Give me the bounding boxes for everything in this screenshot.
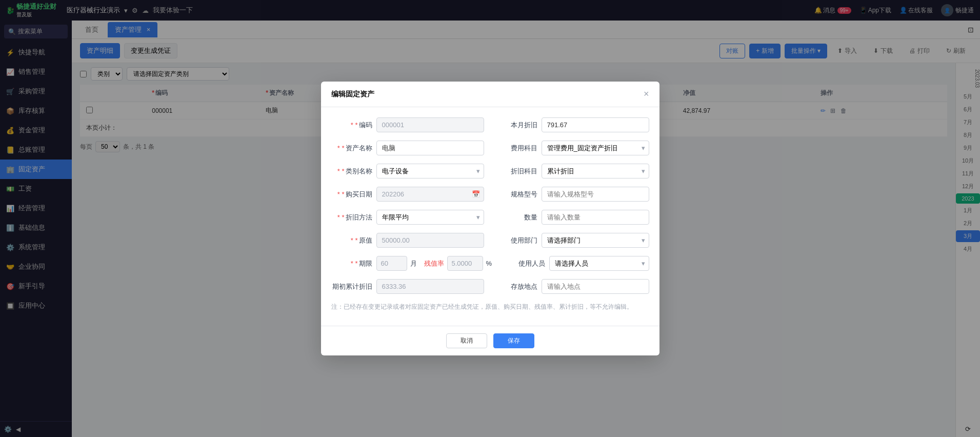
location-label: 存放地点 — [496, 282, 537, 291]
modal-footer: 取消 保存 — [321, 326, 659, 355]
depr-method-wrap: 年限平均 — [376, 210, 484, 225]
form-group-initial-depr: 期初累计折旧 — [331, 279, 484, 294]
category-label: *类别名称 — [331, 167, 372, 176]
person-wrap: 请选择人员 — [549, 256, 649, 271]
save-button[interactable]: 保存 — [493, 333, 534, 348]
code-input[interactable] — [376, 117, 484, 132]
modal-overlay: 编辑固定资产 × *编码 document.querySelector('[da… — [0, 0, 980, 437]
expense-account-select[interactable]: 管理费用_固定资产折旧 — [542, 141, 649, 155]
expense-account-wrap: 管理费用_固定资产折旧 — [542, 141, 649, 155]
original-value-input[interactable] — [376, 233, 484, 248]
form-group-monthly-depr: 本月折旧 — [496, 117, 649, 132]
spec-input[interactable] — [542, 187, 649, 202]
person-label: 使用人员 — [504, 259, 545, 268]
period-unit: 月 — [410, 259, 417, 268]
form-group-person: 使用人员 请选择人员 — [504, 256, 649, 271]
asset-name-input[interactable] — [376, 141, 484, 155]
category-select[interactable]: 电子设备 — [376, 164, 484, 178]
period-inline: 月 残值率 % — [376, 256, 492, 271]
form-row-1: *编码 document.querySelector('[data-name="… — [331, 117, 649, 132]
cancel-button[interactable]: 取消 — [446, 333, 487, 348]
monthly-depr-label: 本月折旧 — [496, 121, 537, 130]
depr-account-select[interactable]: 累计折旧 — [542, 164, 649, 178]
form-row-7: *期限 月 残值率 % 使用人员 请选择人员 — [331, 256, 649, 271]
form-group-purchase-date: *购买日期 📅 — [331, 187, 484, 202]
department-wrap: 请选择部门 — [542, 233, 649, 248]
form-row-8: 期初累计折旧 存放地点 — [331, 279, 649, 294]
department-select[interactable]: 请选择部门 — [542, 233, 649, 248]
department-label: 使用部门 — [496, 236, 537, 245]
quantity-input[interactable] — [542, 210, 649, 225]
quantity-label: 数量 — [496, 213, 537, 222]
person-select[interactable]: 请选择人员 — [549, 256, 649, 271]
form-row-6: *原值 使用部门 请选择部门 — [331, 233, 649, 248]
location-input[interactable] — [542, 279, 649, 294]
purchase-date-wrap: 📅 — [376, 187, 484, 202]
purchase-date-input[interactable] — [376, 187, 484, 202]
period-label: *期限 — [331, 259, 372, 268]
modal-header: 编辑固定资产 × — [321, 82, 659, 107]
depr-method-select[interactable]: 年限平均 — [376, 210, 484, 225]
form-group-code: *编码 document.querySelector('[data-name="… — [331, 117, 484, 132]
monthly-depr-input[interactable] — [542, 117, 649, 132]
calendar-icon[interactable]: 📅 — [472, 190, 480, 198]
residual-input[interactable] — [447, 256, 483, 271]
form-group-period: *期限 月 残值率 % — [331, 256, 492, 271]
edit-asset-modal: 编辑固定资产 × *编码 document.querySelector('[da… — [321, 82, 659, 355]
form-group-spec: 规格型号 — [496, 187, 649, 202]
category-wrap: 电子设备 — [376, 164, 484, 178]
form-group-depr-method: *折旧方法 年限平均 — [331, 210, 484, 225]
form-group-depr-account: 折旧科目 累计折旧 — [496, 164, 649, 178]
residual-label: 残值率 — [424, 259, 444, 268]
form-group-location: 存放地点 — [496, 279, 649, 294]
period-input[interactable] — [376, 256, 407, 271]
modal-body: *编码 document.querySelector('[data-name="… — [321, 107, 659, 326]
modal-title: 编辑固定资产 — [331, 90, 374, 99]
modal-close-btn[interactable]: × — [644, 89, 649, 100]
form-group-asset-name: *资产名称 — [331, 141, 484, 155]
form-note: 注：已经存在变更记录或者对应固定资产已经生成凭证，原值、购买日期、残值率、累计折… — [331, 302, 649, 315]
residual-unit: % — [486, 260, 492, 267]
form-row-4: *购买日期 📅 规格型号 — [331, 187, 649, 202]
original-value-label: *原值 — [331, 236, 372, 245]
form-group-quantity: 数量 — [496, 210, 649, 225]
form-group-original-value: *原值 — [331, 233, 484, 248]
initial-depr-input[interactable] — [376, 279, 484, 294]
expense-account-label: 费用科目 — [496, 144, 537, 153]
asset-name-label: *资产名称 — [331, 144, 372, 153]
purchase-date-label: *购买日期 — [331, 190, 372, 199]
depr-account-label: 折旧科目 — [496, 167, 537, 176]
depr-account-wrap: 累计折旧 — [542, 164, 649, 178]
form-row-2: *资产名称 费用科目 管理费用_固定资产折旧 — [331, 141, 649, 155]
depr-method-label: *折旧方法 — [331, 213, 372, 222]
form-row-5: *折旧方法 年限平均 数量 — [331, 210, 649, 225]
form-group-department: 使用部门 请选择部门 — [496, 233, 649, 248]
form-group-expense-account: 费用科目 管理费用_固定资产折旧 — [496, 141, 649, 155]
spec-label: 规格型号 — [496, 190, 537, 199]
initial-depr-label: 期初累计折旧 — [331, 282, 372, 291]
code-label: *编码 — [331, 121, 372, 130]
form-group-category: *类别名称 电子设备 — [331, 164, 484, 178]
form-row-3: *类别名称 电子设备 折旧科目 累计折旧 — [331, 164, 649, 178]
